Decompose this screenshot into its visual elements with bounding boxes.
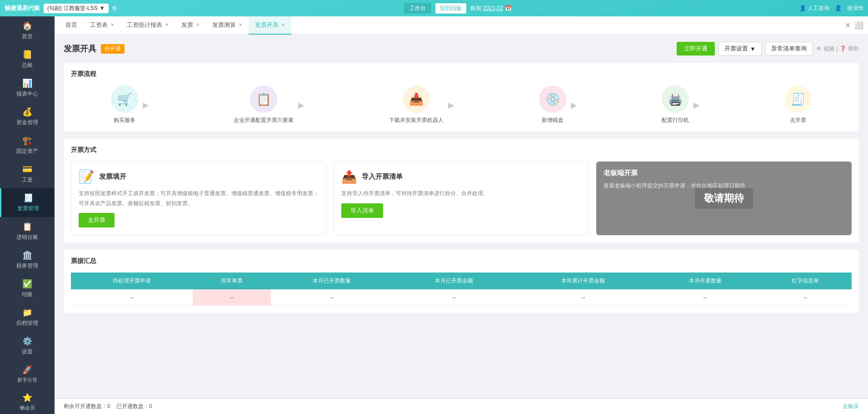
tab-payroll-report[interactable]: 工资统计报表✕ bbox=[120, 16, 175, 35]
step-buy: 🛒 购买服务 ▶ bbox=[111, 86, 154, 124]
import-invoice-title: 导入开票清单 bbox=[362, 172, 403, 181]
tab-invoice-list[interactable]: 发票✕ bbox=[175, 16, 206, 35]
sidebar-item-home[interactable]: 🏠首页 bbox=[0, 16, 55, 45]
company-selector[interactable]: (勾副) 江西服堂-LSS ▼ bbox=[44, 4, 109, 13]
username[interactable]: 徐泽华 bbox=[847, 5, 863, 12]
sidebar-label-reports: 报表中心 bbox=[16, 90, 38, 98]
support-icon: 👤 bbox=[799, 5, 806, 11]
support-button[interactable]: 👤 人工咨询 bbox=[799, 5, 829, 12]
sidebar-item-purchase[interactable]: 📋进销台账 bbox=[0, 217, 55, 246]
invoice-icon: 🧾 bbox=[23, 193, 33, 203]
app-logo: 畅捷通易代账 bbox=[5, 4, 40, 12]
step-printer: 🖨️ 配置打印机 ▶ bbox=[662, 86, 704, 124]
step-inner-printer[interactable]: 🖨️ 配置打印机 bbox=[662, 86, 689, 124]
assets-icon: 🏗️ bbox=[22, 136, 32, 146]
summary-col-3: 本月已开票金额 bbox=[393, 273, 515, 289]
summary-table-head: 待处理开票申请异常单票本月已开票数量本月已开票金额本年累计开票金额本月作废数量红… bbox=[71, 273, 852, 289]
step-label-download: 下载并安装开票机器人 bbox=[389, 116, 444, 124]
main-layout: 🏠首页📒总账📊报表中心💰资金管理🏗️固定资产💳工资🧾发票管理📋进销台账🏛️税务管… bbox=[0, 16, 868, 414]
settings-dropdown-icon: ▼ bbox=[750, 45, 756, 52]
minimize-button[interactable]: ✕ bbox=[845, 21, 851, 30]
summary-cell-1: -- bbox=[193, 289, 271, 306]
sidebar-item-reports[interactable]: 📊报表中心 bbox=[0, 74, 55, 102]
step-inner-config[interactable]: 📋 企业开通配置开票六要素 bbox=[234, 86, 294, 124]
tax-icon: 🏛️ bbox=[22, 250, 32, 260]
period-value[interactable]: 2023-02 bbox=[483, 5, 503, 11]
activate-now-button[interactable]: 立即开通 bbox=[677, 42, 715, 56]
settings-icon: ⚙️ bbox=[22, 336, 32, 346]
tab-label-invoice-list: 发票 bbox=[181, 21, 193, 29]
sidebar-label-purchase: 进销台账 bbox=[16, 233, 38, 241]
step-inner-taxdisk[interactable]: 💿 新增税盘 bbox=[539, 86, 566, 124]
step-inner-buy[interactable]: 🛒 购买服务 bbox=[111, 86, 138, 124]
company-dropdown-icon[interactable]: ▼ bbox=[100, 5, 105, 11]
import-list-button[interactable]: 导入清单 bbox=[341, 203, 383, 218]
abnormal-query-button[interactable]: 异常清单查询 bbox=[765, 42, 813, 56]
tab-close-payroll-report[interactable]: ✕ bbox=[165, 22, 169, 27]
sidebar-label-funds: 资金管理 bbox=[16, 119, 38, 126]
tab-close-invoice-list[interactable]: ✕ bbox=[196, 22, 200, 27]
tab-label-home: 首页 bbox=[65, 21, 77, 29]
sidebar-item-funds[interactable]: 💰资金管理 bbox=[0, 102, 55, 131]
tab-bar: 首页工资表✕工资统计报表✕发票✕发票测算✕发票开具✕ ✕ ⬜ bbox=[55, 16, 868, 35]
step-icon-config: 📋 bbox=[250, 86, 277, 113]
sidebar-item-invoice[interactable]: 🧾发票管理 bbox=[0, 188, 55, 217]
summary-cell-3: -- bbox=[393, 289, 515, 306]
opened-label: 已开通数盘：0 bbox=[116, 403, 152, 409]
tab-close-invoice-calc[interactable]: ✕ bbox=[239, 22, 242, 27]
tab-invoice-calc[interactable]: 发票测算✕ bbox=[206, 16, 249, 35]
step-issue: 🧾 去开票 bbox=[784, 86, 812, 124]
sidebar-item-settle[interactable]: ✅结账 bbox=[0, 274, 55, 303]
sidebar-item-ledger[interactable]: 📒总账 bbox=[0, 45, 55, 74]
buy-link[interactable]: 去购买 bbox=[843, 403, 859, 410]
sidebar-item-assets[interactable]: 🏗️固定资产 bbox=[0, 131, 55, 160]
step-icon-printer: 🖨️ bbox=[662, 86, 689, 113]
old-version-button[interactable]: 切到旧版 bbox=[435, 3, 467, 14]
reports-icon: 📊 bbox=[22, 78, 32, 88]
copy-button[interactable]: ⧉ bbox=[112, 5, 116, 12]
import-invoice-desc: 支持导入待开票清单，可对待开票清单进行拆分、合并处理。 bbox=[341, 189, 581, 199]
period-label: 账期 bbox=[470, 5, 481, 12]
content-area: 首页工资表✕工资统计报表✕发票✕发票测算✕发票开具✕ ✕ ⬜ 发票开具 待开通 … bbox=[55, 16, 868, 414]
old-terminal-title: 老板端开票 bbox=[604, 169, 844, 177]
page-content: 发票开具 待开通 立即开通 开票设置 ▼ 异常清单查询 👁 视频 | ❓ bbox=[55, 35, 868, 399]
member-icon: ⭐ bbox=[22, 393, 32, 403]
sidebar-item-guide[interactable]: 🚀新手引导 bbox=[0, 360, 55, 388]
help-label[interactable]: 帮助 bbox=[848, 45, 859, 53]
step-inner-issue[interactable]: 🧾 去开票 bbox=[784, 86, 812, 124]
step-label-buy: 购买服务 bbox=[114, 116, 135, 124]
tab-close-payroll-table[interactable]: ✕ bbox=[110, 22, 114, 27]
manual-invoice-desc: 支持按照发票样式手工填开发票；可开具增值税电子普通发票、增值税普通发票、增值税专… bbox=[79, 189, 319, 208]
sidebar-item-member[interactable]: ⭐畅会员 bbox=[0, 388, 55, 414]
maximize-button[interactable]: ⬜ bbox=[854, 21, 863, 30]
workbench-button[interactable]: 工作台 bbox=[404, 3, 431, 14]
view-label[interactable]: 视频 bbox=[823, 45, 834, 53]
open-settings-button[interactable]: 开票设置 ▼ bbox=[718, 42, 762, 56]
sidebar-item-tax[interactable]: 🏛️税务管理 bbox=[0, 246, 55, 274]
summary-cell-2: -- bbox=[271, 289, 393, 306]
company-prefix: (勾副) bbox=[47, 5, 62, 12]
sidebar-label-assets: 固定资产 bbox=[16, 147, 38, 155]
step-arrow-3: ▶ bbox=[571, 100, 577, 110]
tab-invoice-issue[interactable]: 发票开具✕ bbox=[249, 16, 291, 35]
tab-bar-actions: ✕ ⬜ bbox=[845, 21, 863, 30]
tab-label-payroll-table: 工资表 bbox=[90, 21, 108, 29]
calendar-icon[interactable]: 📅 bbox=[505, 5, 512, 11]
ledger-icon: 📒 bbox=[22, 50, 32, 60]
sidebar-item-archive[interactable]: 📁归档管理 bbox=[0, 303, 55, 332]
tab-close-invoice-issue[interactable]: ✕ bbox=[281, 22, 285, 27]
sidebar-item-settings[interactable]: ⚙️设置 bbox=[0, 332, 55, 360]
page-meta: 👁 视频 | ❓ 帮助 bbox=[816, 45, 859, 53]
period-info: 账期 2023-02 📅 bbox=[470, 5, 512, 12]
sidebar-bottom: 🚀新手引导⭐畅会员 📌 取消固定 bbox=[0, 360, 55, 414]
step-label-config: 企业开通配置开票六要素 bbox=[234, 116, 294, 124]
tab-payroll-table[interactable]: 工资表✕ bbox=[84, 16, 120, 35]
step-inner-download[interactable]: 📥 下载并安装开票机器人 bbox=[389, 86, 444, 124]
sidebar-item-payroll[interactable]: 💳工资 bbox=[0, 160, 55, 188]
tab-home[interactable]: 首页 bbox=[59, 16, 84, 35]
sidebar-label-archive: 归档管理 bbox=[16, 319, 38, 327]
summary-col-2: 本月已开票数量 bbox=[271, 273, 393, 289]
summary-cell-0: -- bbox=[71, 289, 193, 306]
summary-cell-4: -- bbox=[515, 289, 652, 306]
go-issue-button[interactable]: 去开票 bbox=[79, 213, 115, 227]
